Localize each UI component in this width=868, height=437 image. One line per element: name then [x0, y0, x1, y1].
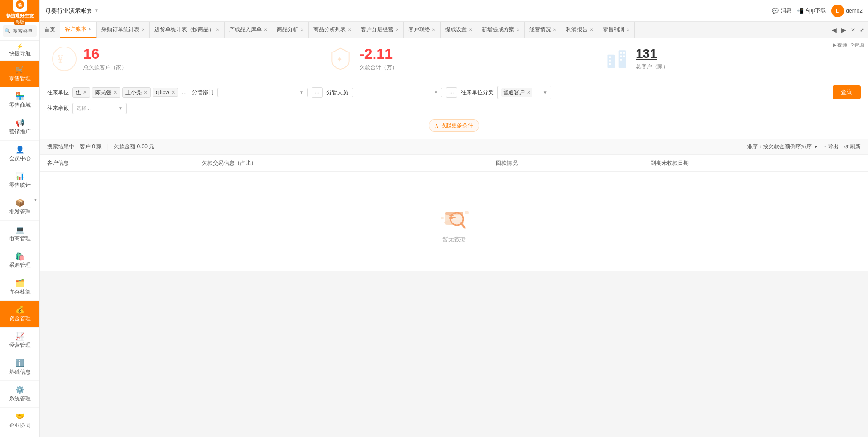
refresh-button[interactable]: ↺ 刷新: [844, 143, 861, 151]
tab-product-analysis[interactable]: 商品分析 ✕: [272, 22, 309, 38]
svg-rect-10: [620, 52, 622, 54]
svg-text:✦: ✦: [336, 55, 343, 64]
tab-purchase-detail-stats[interactable]: 进货单统计表（按商品） ✕: [150, 22, 225, 38]
version-dropdown-icon: ▼: [94, 8, 99, 13]
tab-commission-settings[interactable]: 提成设置 ✕: [441, 22, 477, 38]
tab-customer-tier[interactable]: 客户分层经营 ✕: [356, 22, 404, 38]
unit-tag-chen-close[interactable]: ✕: [113, 90, 117, 95]
version-selector[interactable]: 母婴行业演示帐套 ▼: [45, 7, 99, 15]
tab-product-analysis-list[interactable]: 商品分析列表 ✕: [309, 22, 356, 38]
stat-label-total: 总客户（家）: [636, 63, 668, 71]
sidebar-item-enterprise-collab[interactable]: 🤝 企业协同: [0, 408, 39, 434]
balance-filter-select[interactable]: 选择... ▼: [72, 103, 127, 114]
app-download-button[interactable]: 📲 App下载: [797, 7, 826, 14]
tab-close-customer-tier[interactable]: ✕: [395, 27, 399, 32]
stat-card-total-customers: 131 总客户（家） ▶ 视频 ? 帮助: [592, 38, 868, 80]
dept-filter-more-btn[interactable]: ···: [312, 87, 323, 98]
tab-close-add-commission[interactable]: ✕: [516, 27, 520, 32]
tab-product-instock[interactable]: 产成品入库单 ✕: [225, 22, 272, 38]
tab-next-button[interactable]: ▶: [839, 25, 848, 34]
tab-close-product-analysis[interactable]: ✕: [300, 27, 304, 32]
balance-dropdown-icon: ▼: [118, 106, 123, 111]
tab-purchase-order-stats[interactable]: 采购订单统计表 ✕: [97, 22, 150, 38]
unit-filter-more[interactable]: ...: [180, 88, 188, 96]
main-area: 母婴行业演示帐套 ▼ 💬 消息 📲 App下载 D demo2 首页 客户账本: [40, 0, 868, 437]
tab-close-all-button[interactable]: ✕: [849, 26, 857, 34]
tab-expand-button[interactable]: ⤢: [858, 26, 866, 34]
person-filter-select[interactable]: ▼: [352, 88, 442, 97]
help-button[interactable]: ? 帮助: [851, 42, 864, 48]
sidebar-item-system[interactable]: ⚙️ 系统管理: [0, 381, 39, 408]
query-button[interactable]: 查询: [833, 86, 861, 99]
sidebar-search-area[interactable]: 🔍 搜索菜单: [0, 22, 39, 41]
unit-tag-wu-close[interactable]: ✕: [83, 90, 87, 95]
tab-close-purchase-order[interactable]: ✕: [141, 27, 145, 32]
messages-button[interactable]: 💬 消息: [772, 7, 791, 14]
tab-operations[interactable]: 经营情况 ✕: [525, 22, 561, 38]
sidebar-item-inventory[interactable]: 🗂️ 库存核算: [0, 274, 39, 301]
unit-tag-chen[interactable]: 陈民强 ✕: [92, 87, 120, 98]
sidebar-item-newbie[interactable]: 🎯 新手引导: [0, 434, 39, 437]
tab-retail-profit[interactable]: 零售利润 ✕: [598, 22, 635, 38]
stat-number-customers: 16: [83, 46, 127, 62]
video-help-button[interactable]: ▶ 视频: [833, 42, 847, 48]
category-filter-select[interactable]: 普通客户 ✕ ▼: [497, 86, 551, 99]
stat-card-customers: ¥ 16 总欠款客户（家）: [40, 38, 316, 80]
user-avatar-area[interactable]: D demo2: [831, 5, 863, 17]
stat-text-total-customers: 131 总客户（家）: [636, 47, 668, 71]
svg-text:¥: ¥: [58, 53, 63, 65]
tab-close-purchase-detail[interactable]: ✕: [216, 27, 220, 32]
collapse-filter-button[interactable]: ∧ 收起更多条件: [429, 119, 479, 132]
empty-illustration: [436, 199, 472, 235]
tab-customer-ledger[interactable]: 客户账本 ✕: [60, 22, 97, 38]
tab-prev-button[interactable]: ◀: [830, 25, 839, 34]
unit-tag-wu[interactable]: 伍 ✕: [72, 87, 90, 98]
tab-close-retail-profit[interactable]: ✕: [626, 27, 630, 32]
sidebar-item-member-center[interactable]: 👤 会员中心: [0, 141, 39, 167]
data-table: 客户信息 欠款交易信息（占比） 回款情况 到期未收款日期: [40, 155, 868, 271]
unit-tag-cjttcw-close[interactable]: ✕: [171, 90, 175, 95]
dept-filter-select[interactable]: ▼: [217, 88, 308, 97]
version-label: 母婴行业演示帐套: [45, 7, 92, 15]
tab-home[interactable]: 首页: [40, 22, 60, 38]
app-download-icon: 📲: [797, 8, 804, 14]
tab-close-product-instock[interactable]: ✕: [264, 27, 267, 32]
sidebar-item-operations[interactable]: 📈 经营管理: [0, 328, 39, 354]
category-tag-close[interactable]: ✕: [527, 90, 531, 95]
unit-tag-wang-close[interactable]: ✕: [144, 90, 148, 95]
sidebar-item-wholesale[interactable]: 📦 批发管理 ▼: [0, 194, 39, 221]
tab-customer-contact[interactable]: 客户联络 ✕: [404, 22, 441, 38]
tab-close-customer-ledger[interactable]: ✕: [88, 27, 92, 32]
search-menu-button[interactable]: 🔍 搜索菜单: [3, 25, 37, 37]
enterprise-collab-icon: 🤝: [15, 412, 24, 421]
sort-label: 排序：按欠款金额倒序排序: [747, 143, 812, 151]
tab-close-operations[interactable]: ✕: [553, 27, 556, 32]
filter-area: 往来单位 伍 ✕ 陈民强 ✕ 王小亮 ✕: [40, 80, 868, 139]
unit-tag-cjttcw[interactable]: cjttcw ✕: [153, 88, 178, 97]
sidebar-item-retail-mall[interactable]: 🏪 零售商城: [0, 87, 39, 114]
tab-close-product-list[interactable]: ✕: [348, 27, 351, 32]
refresh-icon: ↺: [844, 144, 849, 150]
svg-rect-14: [623, 56, 625, 57]
video-icon: ▶: [833, 42, 836, 48]
sidebar-item-ecommerce[interactable]: 💻 电商管理: [0, 221, 39, 247]
sidebar-item-retail-stats[interactable]: 📊 零售统计: [0, 167, 39, 194]
sidebar-item-finance[interactable]: 💰 资金管理: [0, 301, 39, 328]
stat-text-customers: 16 总欠款客户（家）: [83, 46, 127, 71]
unit-tag-wang[interactable]: 王小亮 ✕: [122, 87, 151, 98]
badge-stat-icon: ✦: [327, 45, 354, 72]
sidebar-item-basic-info[interactable]: ℹ️ 基础信息: [0, 354, 39, 381]
sidebar-item-purchase[interactable]: 🛍️ 采购管理: [0, 247, 39, 274]
tab-add-commission[interactable]: 新增提成方案 ✕: [477, 22, 525, 38]
svg-rect-11: [620, 56, 622, 57]
quick-nav-item[interactable]: ⚡ 快捷导航: [0, 41, 39, 61]
person-filter-more-btn[interactable]: ···: [446, 87, 457, 98]
tab-close-commission-settings[interactable]: ✕: [469, 27, 472, 32]
sidebar-item-marketing[interactable]: 📢 营销推广: [0, 114, 39, 141]
tab-close-profit-report[interactable]: ✕: [590, 27, 593, 32]
sidebar-item-retail-mgmt[interactable]: 🛒 零售管理: [0, 61, 39, 87]
tab-profit-report[interactable]: 利润报告 ✕: [561, 22, 598, 38]
sort-select[interactable]: 排序：按欠款金额倒序排序 ▼: [747, 143, 818, 151]
tab-close-customer-contact[interactable]: ✕: [432, 27, 436, 32]
export-button[interactable]: ↑ 导出: [824, 143, 839, 151]
